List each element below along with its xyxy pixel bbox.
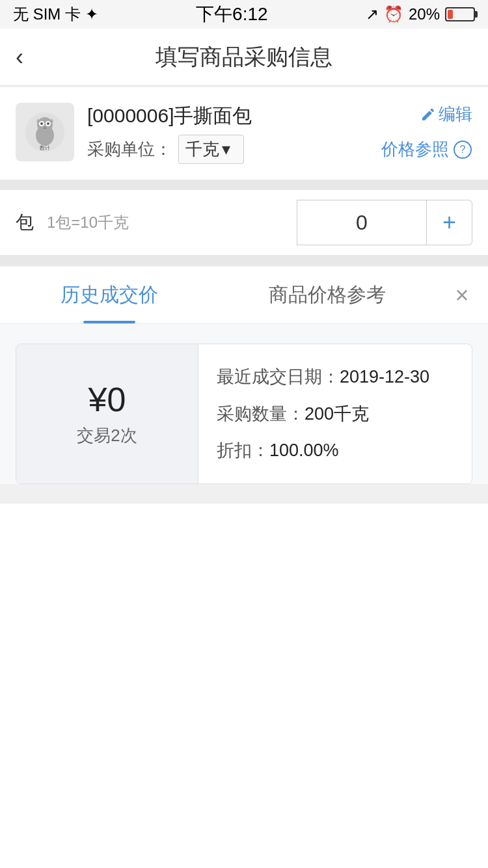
edit-button[interactable]: 编辑 <box>420 103 472 126</box>
unit-value: 千克 <box>185 138 219 161</box>
product-thumbnail: 数计 <box>16 103 74 161</box>
purchase-qty-value: 200千克 <box>305 404 369 424</box>
purchase-qty-row: 采购数量：200千克 <box>217 401 454 427</box>
bottom-panel: 历史成交价 商品价格参考 × ¥0 交易2次 最近成交日期：2019-12-30… <box>0 267 488 484</box>
svg-point-5 <box>40 122 43 125</box>
battery-percent: 20% <box>409 5 440 23</box>
svg-text:数计: 数计 <box>40 145 50 151</box>
svg-point-6 <box>47 122 49 125</box>
status-left: 无 SIM 卡 ✦ <box>13 4 98 25</box>
purchase-qty-label: 采购数量： <box>217 404 305 424</box>
product-row: 数计 [0000006]手撕面包 编辑 采购单位： 千克 <box>16 103 472 164</box>
unit-label: 采购单位： <box>87 138 172 161</box>
last-deal-row: 最近成交日期：2019-12-30 <box>217 364 454 390</box>
currency-symbol: ¥ <box>88 381 107 418</box>
product-card: 数计 [0000006]手撕面包 编辑 采购单位： 千克 <box>0 87 488 180</box>
status-bar: 无 SIM 卡 ✦ 下午6:12 ↗ ⏰ 20% <box>0 0 488 29</box>
discount-row: 折扣：100.00% <box>217 437 454 464</box>
unit-row: 采购单位： 千克 ▾ 价格参照 ? <box>87 135 472 164</box>
product-title: 手撕面包 <box>174 105 252 126</box>
quantity-input[interactable] <box>297 200 427 245</box>
tab-price-ref-label: 商品价格参考 <box>269 282 386 308</box>
help-icon: ? <box>453 140 472 159</box>
product-logo-icon: 数计 <box>22 109 68 155</box>
location-icon: ↗ <box>366 5 379 23</box>
price-right-panel: 最近成交日期：2019-12-30 采购数量：200千克 折扣：100.00% <box>198 344 472 483</box>
quantity-unit-desc: 1包=10千克 <box>47 212 129 233</box>
alarm-icon: ⏰ <box>384 5 403 23</box>
discount-value: 100.00% <box>269 441 339 460</box>
last-deal-label: 最近成交日期： <box>217 367 340 387</box>
edit-icon <box>420 107 436 122</box>
svg-text:?: ? <box>460 144 466 155</box>
section-divider-2 <box>0 255 488 265</box>
page-title: 填写商品采购信息 <box>156 42 332 72</box>
unit-left: 采购单位： 千克 ▾ <box>87 135 244 164</box>
tab-history-label: 历史成交价 <box>61 282 158 308</box>
content-area <box>0 504 488 869</box>
price-card: ¥0 交易2次 最近成交日期：2019-12-30 采购数量：200千克 折扣：… <box>16 344 472 484</box>
price-left-panel: ¥0 交易2次 <box>16 344 198 483</box>
tab-close-button[interactable]: × <box>436 282 488 309</box>
back-button[interactable]: ‹ <box>16 44 23 71</box>
status-right: ↗ ⏰ 20% <box>366 5 475 23</box>
edit-label: 编辑 <box>439 103 472 126</box>
tab-price-ref[interactable]: 商品价格参考 <box>218 267 436 323</box>
quantity-control: + <box>297 200 472 245</box>
status-time: 下午6:12 <box>196 2 268 27</box>
price-value: 0 <box>107 381 126 418</box>
section-divider <box>0 180 488 190</box>
quantity-unit-name: 包 <box>16 210 34 235</box>
nav-bar: ‹ 填写商品采购信息 <box>0 29 488 86</box>
sim-status: 无 SIM 卡 ✦ <box>13 4 98 25</box>
unit-select[interactable]: 千克 ▾ <box>178 135 244 164</box>
price-ref-button[interactable]: 价格参照 ? <box>381 138 472 161</box>
price-trades: 交易2次 <box>77 424 137 447</box>
last-deal-date: 2019-12-30 <box>340 367 429 387</box>
product-info: [0000006]手撕面包 编辑 采购单位： 千克 ▾ <box>87 103 472 164</box>
price-amount: ¥0 <box>88 380 126 419</box>
discount-label: 折扣： <box>217 441 269 460</box>
tabs-bar: 历史成交价 商品价格参考 × <box>0 267 488 324</box>
quantity-plus-button[interactable]: + <box>427 200 472 245</box>
tab-underline <box>83 321 135 323</box>
quantity-row: 包 1包=10千克 + <box>0 190 488 255</box>
price-ref-label: 价格参照 <box>381 138 449 161</box>
tab-history-price[interactable]: 历史成交价 <box>0 267 218 323</box>
product-id: [0000006] <box>87 105 174 126</box>
product-name: [0000006]手撕面包 <box>87 103 252 129</box>
dropdown-icon: ▾ <box>222 139 230 159</box>
battery-icon <box>445 7 475 21</box>
product-name-row: [0000006]手撕面包 编辑 <box>87 103 472 129</box>
